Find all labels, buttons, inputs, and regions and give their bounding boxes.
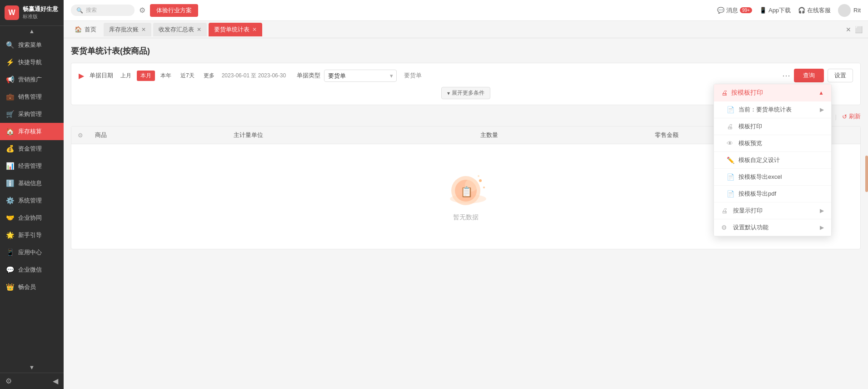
settings-button[interactable]: 设置 (828, 69, 853, 82)
sidebar-footer: ⚙ ◀ (0, 373, 64, 389)
sidebar-item-label: 采购管理 (18, 110, 42, 118)
sidebar-item-inventory[interactable]: 🏠 库存核算 (0, 123, 64, 140)
logo-letter: W (8, 9, 15, 17)
print-dropdown-title-label: 按模板打印 (731, 89, 763, 97)
download-icon: 📱 (759, 7, 767, 14)
sidebar-item-quick-nav[interactable]: ⚡ 快捷导航 (0, 54, 64, 71)
settings-icon[interactable]: ⚙ (5, 377, 12, 385)
sidebar-item-finance[interactable]: 💰 资金管理 (0, 140, 64, 157)
printer-icon: 🖨 (727, 123, 734, 130)
date-btn-last-month[interactable]: 上月 (117, 71, 135, 81)
sidebar-item-wechat[interactable]: 💬 企业微信 (0, 261, 64, 278)
message-btn[interactable]: 💬 消息 99+ (717, 6, 752, 15)
display-print-label: 按显示打印 (733, 207, 763, 215)
app-version: 标准版 (23, 13, 58, 20)
sales-icon: 💼 (5, 93, 15, 101)
topbar-search-box[interactable]: 🔍 搜索 (71, 5, 135, 16)
more-icon[interactable]: ⋯ (782, 71, 790, 81)
topbar: 🔍 搜索 ⚙ 体验行业方案 💬 消息 99+ 📱 App下载 🎧 在线客服 (64, 0, 868, 21)
column-settings-icon[interactable]: ⚙ (78, 132, 83, 139)
sidebar-item-label: 资金管理 (18, 145, 42, 153)
tab-order-stats[interactable]: 要货单统计表 ✕ (209, 23, 262, 36)
refresh-label: 刷新 (849, 112, 861, 121)
filter-expand-btn[interactable]: ▾ 展开更多条件 (441, 87, 490, 99)
template-excel-item[interactable]: 📄 按模板导出excel (714, 169, 831, 186)
sidebar-item-app-center[interactable]: 📱 应用中心 (0, 244, 64, 261)
app-download-btn[interactable]: 📱 App下载 (759, 6, 791, 15)
current-template-item[interactable]: 📄 当前：要货单统计表 ▶ (714, 101, 831, 118)
empty-icon: 📋 (443, 172, 493, 212)
sidebar-item-purchase[interactable]: 🛒 采购管理 (0, 106, 64, 123)
print-dropdown-title: 🖨 按模板打印 (721, 89, 763, 97)
wechat-icon: 💬 (5, 266, 15, 274)
filter-row-1: ▶ 单据日期 上月 本月 本年 近7天 更多 2023-06-01 至 2023… (79, 69, 853, 82)
sidebar-scroll-up[interactable]: ▲ (0, 26, 64, 36)
sidebar-item-label: 搜索菜单 (18, 41, 42, 49)
template-print-item[interactable]: 🖨 模板打印 (714, 118, 831, 135)
tab-close-icon[interactable]: ✕ (141, 26, 146, 33)
eye-icon: 👁 (727, 140, 734, 147)
template-custom-item[interactable]: ✏️ 模板自定义设计 (714, 152, 831, 169)
sidebar-item-sales[interactable]: 💼 销售管理 (0, 88, 64, 106)
gear-icon[interactable]: ⚙ (139, 6, 145, 15)
sidebar-item-basics[interactable]: ℹ️ 基础信息 (0, 175, 64, 192)
date-btn-this-month[interactable]: 本月 (137, 71, 155, 81)
collapse-icon[interactable]: ◀ (53, 377, 58, 385)
basics-icon: ℹ️ (5, 179, 15, 187)
sidebar-item-label: 畅会员 (18, 283, 36, 291)
print-dropdown-header[interactable]: 🖨 按模板打印 ▲ (714, 84, 831, 101)
close-window-icon[interactable]: ✕ (846, 26, 851, 33)
topbar-left: 🔍 搜索 ⚙ 体验行业方案 (71, 4, 198, 17)
scroll-indicator (865, 156, 868, 192)
purchase-icon: 🛒 (5, 110, 15, 118)
filter-toggle-icon[interactable]: ▶ (79, 71, 84, 80)
template-preview-item[interactable]: 👁 模板预览 (714, 135, 831, 152)
sidebar-item-enterprise[interactable]: 🤝 企业协同 (0, 209, 64, 227)
home-icon: 🏠 (75, 26, 82, 33)
online-service-label: 在线客服 (807, 6, 831, 15)
sidebar-item-label: 应用中心 (18, 248, 42, 257)
template-pdf-item[interactable]: 📄 按模板导出pdf (714, 186, 831, 202)
display-print-item[interactable]: 🖨 按显示打印 ▶ (714, 202, 831, 219)
current-template-label: 当前：要货单统计表 (738, 106, 815, 114)
message-icon: 💬 (717, 7, 724, 14)
sidebar-item-search[interactable]: 🔍 搜索菜单 (0, 36, 64, 54)
svg-point-6 (483, 187, 485, 188)
finance-icon: 💰 (5, 145, 15, 153)
sidebar-item-operations[interactable]: 📊 经营管理 (0, 157, 64, 175)
date-btn-this-year[interactable]: 本年 (157, 71, 175, 81)
template-icon: 📄 (727, 106, 734, 113)
tab-close-icon[interactable]: ✕ (252, 26, 257, 33)
sidebar-item-vip[interactable]: 👑 畅会员 (0, 278, 64, 296)
set-default-item[interactable]: ⚙ 设置默认功能 ▶ (714, 219, 831, 236)
tab-receipt-summary[interactable]: 收发存汇总表 ✕ (153, 23, 207, 36)
avatar (838, 4, 851, 17)
date-btn-last-7-days[interactable]: 近7天 (177, 71, 198, 81)
tab-receipt-summary-label: 收发存汇总表 (159, 25, 194, 34)
refresh-btn[interactable]: ↺ 刷新 (842, 112, 861, 121)
tab-window-controls: ✕ ⬜ (846, 26, 863, 33)
online-service-btn[interactable]: 🎧 在线客服 (798, 6, 831, 15)
sidebar-item-label: 库存核算 (18, 127, 42, 136)
tab-inventory-batch[interactable]: 库存批次账 ✕ (104, 23, 151, 36)
chevron-up-icon: ▲ (818, 90, 824, 96)
col-settings: ⚙ (71, 126, 90, 144)
sidebar-scroll-down[interactable]: ▼ (0, 362, 64, 373)
tab-home[interactable]: 🏠 首页 (69, 23, 102, 36)
type-select[interactable]: 要货单 (324, 70, 397, 82)
date-btn-more[interactable]: 更多 (200, 71, 218, 81)
query-button[interactable]: 查询 (794, 69, 824, 82)
industry-btn[interactable]: 体验行业方案 (150, 4, 198, 17)
app-center-icon: 📱 (5, 248, 15, 257)
edit-icon: ✏️ (727, 157, 734, 164)
sidebar-item-beginner[interactable]: 🌟 新手引导 (0, 227, 64, 244)
sidebar-item-label: 快捷导航 (18, 58, 42, 66)
system-icon: ⚙️ (5, 197, 15, 205)
sidebar-item-label: 营销推广 (18, 76, 42, 84)
maximize-icon[interactable]: ⬜ (855, 26, 863, 33)
sidebar-item-marketing[interactable]: 📢 营销推广 (0, 71, 64, 88)
sidebar-item-system[interactable]: ⚙️ 系统管理 (0, 192, 64, 209)
tab-close-icon[interactable]: ✕ (197, 26, 201, 33)
user-profile[interactable]: Rit (838, 4, 861, 17)
sidebar-logo: W 畅赢通好生意 标准版 (0, 0, 64, 26)
